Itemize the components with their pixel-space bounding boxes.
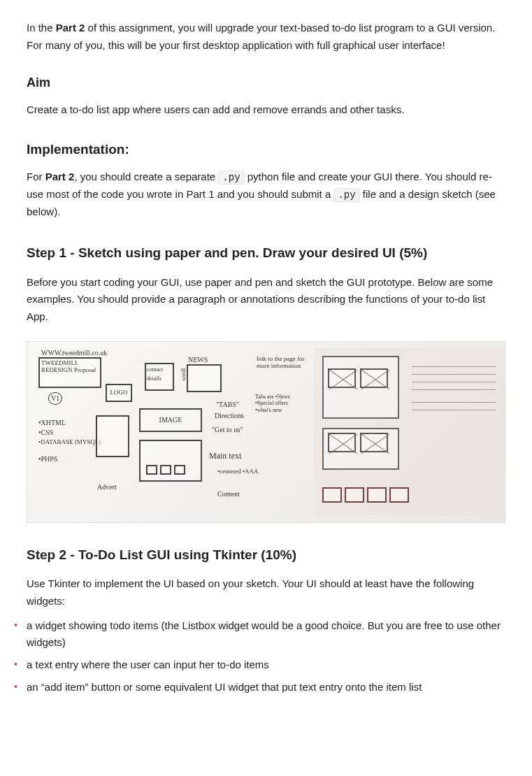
impl-code2: .py [333,188,359,202]
aim-heading: Aim [27,73,505,94]
s-advert: Advert [97,482,117,494]
s-thumbs [146,465,185,475]
s-advert-box [96,415,129,457]
step2-text: Use Tkinter to implement the UI based on… [27,575,505,610]
sketch-v1: V1 [48,392,62,405]
sketch-logo: LOGO [106,384,132,402]
aim-text: Create a to-do list app where users can … [27,101,505,119]
s-centered: •centered •AAA [217,468,259,475]
intro-rest: of this assignment, you will upgrade you… [27,22,495,51]
s-maintext: Main text [209,450,241,464]
req-item-3: an “add item” button or some equivalent … [14,679,505,696]
s-content-box [139,440,202,482]
step2-heading: Step 2 - To-Do List GUI using Tkinter (1… [27,544,505,566]
s-tabs: "TABS" [216,399,239,411]
intro-bold: Part 2 [56,22,85,34]
step1-text: Before you start coding your GUI, use pa… [27,274,505,326]
s-link: link to the page for more information [257,356,305,370]
s-php: •PHPS [38,454,57,466]
s-right-notes [412,361,496,412]
s-get: "Get to us" [212,424,243,436]
intro-prefix: In the [27,22,56,34]
s-db: •DATABASE (MYSQL) [38,437,101,447]
impl-prefix: For [27,171,45,182]
req-item-2: a text entry where the user can input he… [14,656,505,673]
s-contact: contact details [145,363,174,391]
intro-paragraph: In the Part 2 of this assignment, you wi… [27,20,505,55]
implementation-heading: Implementation: [27,138,505,160]
sketch-right-panel [314,347,505,515]
s-newsbox [187,364,222,392]
step1-heading: Step 1 - Sketch using paper and pen. Dra… [27,242,505,264]
req-item-1: a widget showing todo items (the Listbox… [14,617,505,651]
implementation-paragraph: For Part 2, you should create a separate… [27,168,505,221]
s-content: Content [217,489,240,501]
requirements-list: a widget showing todo items (the Listbox… [14,617,505,696]
s-tabsare: Tabs are •News •Special offers •what's n… [255,394,297,414]
sketch-proposal-box: TWEEDMILL REDESIGN Proposal [38,357,101,388]
s-dir: Directions [215,410,244,422]
sketch-examples-image: WWW.tweedmill.co.uk TWEEDMILL REDESIGN P… [27,341,505,523]
impl-mid1: , you should create a separate [74,171,218,182]
s-image-box: IMAGE [139,408,202,432]
impl-code1: .py [218,171,244,185]
impl-bold: Part 2 [45,171,75,182]
